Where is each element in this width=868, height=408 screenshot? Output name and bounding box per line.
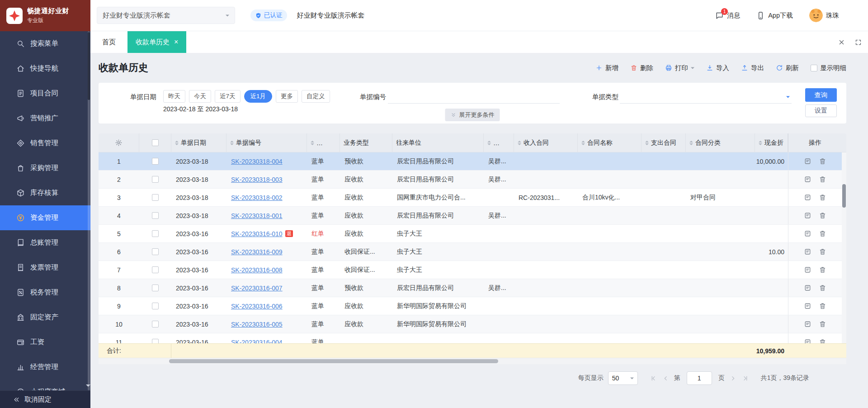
sort-icon[interactable] <box>487 141 491 145</box>
delete-icon[interactable] <box>819 338 826 343</box>
row-checkbox[interactable] <box>152 176 159 183</box>
col-header-income-contract[interactable]: 收入合同 <box>514 133 578 152</box>
sidebar-item-business-mgmt[interactable]: 经营管理 <box>0 355 90 380</box>
horizontal-scrollbar[interactable] <box>99 358 846 364</box>
date-chip-today[interactable]: 今天 <box>189 90 211 103</box>
vertical-scrollbar-thumb[interactable] <box>842 184 846 208</box>
row-checkbox[interactable] <box>152 321 159 327</box>
per-page-select[interactable]: 50 <box>608 371 638 385</box>
date-chip-last-7-days[interactable]: 近7天 <box>215 90 241 103</box>
row-checkbox[interactable] <box>152 194 159 201</box>
detail-icon[interactable] <box>804 320 811 328</box>
row-checkbox[interactable] <box>152 158 159 165</box>
close-icon[interactable] <box>838 39 845 46</box>
horizontal-scrollbar-thumb[interactable] <box>169 359 498 363</box>
date-chip-more[interactable]: 更多 <box>276 90 298 103</box>
import-button[interactable]: 导入 <box>706 64 729 72</box>
last-page-button[interactable] <box>741 375 749 382</box>
sidebar-item-purchase[interactable]: 采购管理 <box>0 156 90 180</box>
vertical-scrollbar[interactable] <box>842 152 846 343</box>
messages-button[interactable]: 1 消息 <box>715 11 740 20</box>
refresh-button[interactable]: 刷新 <box>776 64 799 72</box>
doc-no-link[interactable]: SK-20230318-003 <box>231 176 283 183</box>
row-checkbox[interactable] <box>152 266 159 273</box>
detail-icon[interactable] <box>804 248 811 256</box>
prev-page-button[interactable] <box>662 375 670 382</box>
sidebar-item-mini-program-store[interactable]: 小程序商城 <box>0 380 90 390</box>
col-header-date[interactable]: 单据日期 <box>171 133 226 152</box>
add-button[interactable]: 新增 <box>595 64 618 72</box>
table-row[interactable]: 82023-03-16SK-20230316-007蓝单预收款辰宏日用品有限公司… <box>99 279 846 297</box>
detail-icon[interactable] <box>804 230 811 237</box>
date-chip-last-1-month[interactable]: 近1月 <box>244 90 273 103</box>
delete-icon[interactable] <box>819 230 826 237</box>
sidebar-item-payroll[interactable]: 工资 <box>0 330 90 355</box>
detail-icon[interactable] <box>804 212 811 219</box>
expand-more-button[interactable]: 展开更多条件 <box>445 109 500 121</box>
delete-icon[interactable] <box>819 284 826 292</box>
sidebar-item-invoice[interactable]: 发票管理 <box>0 255 90 280</box>
doc-no-input[interactable] <box>388 89 560 104</box>
delete-icon[interactable] <box>819 248 826 256</box>
table-row[interactable]: 92023-03-16SK-20230316-006蓝单应收款新华明国际贸易有限… <box>99 297 846 315</box>
sort-icon[interactable] <box>311 141 314 145</box>
col-header-expense-contract[interactable]: 支出合同 <box>642 133 686 152</box>
detail-icon[interactable] <box>804 176 811 183</box>
doc-no-link[interactable]: SK-20230318-004 <box>231 158 283 165</box>
print-button[interactable]: 打印 <box>665 64 694 72</box>
row-checkbox[interactable] <box>152 339 159 343</box>
table-row[interactable]: 22023-03-18SK-20230318-003蓝单应收款辰宏日用品有限公司… <box>99 171 846 189</box>
detail-icon[interactable] <box>804 338 811 343</box>
page-input[interactable]: 1 <box>687 371 712 385</box>
doc-no-link[interactable]: SK-20230316-009 <box>231 248 283 256</box>
sidebar-item-inventory[interactable]: 库存核算 <box>0 180 90 205</box>
delete-icon[interactable] <box>819 320 826 328</box>
date-chip-custom[interactable]: 自定义 <box>302 90 330 103</box>
col-header-doc-status[interactable]: … <box>307 133 340 152</box>
detail-icon[interactable] <box>804 266 811 274</box>
show-detail-toggle[interactable]: 显示明细 <box>811 64 846 72</box>
table-row[interactable]: 62023-03-16SK-20230316-009蓝单收回保证...虫子大王1… <box>99 243 846 261</box>
detail-icon[interactable] <box>804 157 811 165</box>
table-row[interactable]: 12023-03-18SK-20230318-004蓝单预收款辰宏日用品有限公司… <box>99 152 846 171</box>
sidebar-item-general-ledger[interactable]: 总账管理 <box>0 230 90 255</box>
table-row[interactable]: 102023-03-16SK-20230316-005蓝单应收款新华明国际贸易有… <box>99 315 846 333</box>
tab-receipt-history[interactable]: 收款单历史 × <box>127 31 186 53</box>
sort-icon[interactable] <box>645 141 649 145</box>
col-header-amount[interactable]: 现金折 <box>755 133 788 152</box>
sidebar-item-tax[interactable]: 税务管理 <box>0 280 90 305</box>
query-button[interactable]: 查询 <box>805 88 837 102</box>
sidebar-item-search-menu[interactable]: 搜索菜单 <box>0 31 90 56</box>
table-row[interactable]: 32023-03-18SK-20230318-002蓝单应收款国网重庆市电力公司… <box>99 189 846 207</box>
delete-icon[interactable] <box>819 157 826 165</box>
col-header-contract-category[interactable]: 合同分类 <box>686 133 755 152</box>
sidebar-scrollbar-thumb[interactable] <box>88 32 90 100</box>
export-button[interactable]: 导出 <box>741 64 764 72</box>
row-checkbox[interactable] <box>152 230 159 237</box>
row-checkbox[interactable] <box>152 303 159 309</box>
sort-icon[interactable] <box>759 141 762 145</box>
detail-icon[interactable] <box>804 194 811 201</box>
doc-no-link[interactable]: SK-20230316-010 <box>231 230 283 237</box>
doc-no-link[interactable]: SK-20230318-002 <box>231 194 283 201</box>
col-header-contract-name[interactable]: 合同名称 <box>578 133 642 152</box>
delete-button[interactable]: 删除 <box>630 64 653 72</box>
next-page-button[interactable] <box>729 375 737 382</box>
sidebar-item-quick-nav[interactable]: 快捷导航 <box>0 56 90 81</box>
app-download-button[interactable]: App下载 <box>756 11 793 20</box>
sort-icon[interactable] <box>689 141 693 145</box>
sort-icon[interactable] <box>175 141 179 145</box>
row-checkbox[interactable] <box>152 285 159 291</box>
doc-no-link[interactable]: SK-20230318-001 <box>231 212 283 219</box>
select-all-checkbox[interactable] <box>152 139 159 146</box>
sidebar-item-project-contracts[interactable]: 项目合同 <box>0 81 90 106</box>
chevron-down-icon[interactable] <box>86 384 90 389</box>
date-chip-yesterday[interactable]: 昨天 <box>163 90 185 103</box>
sidebar-item-fixed-assets[interactable]: 固定资产 <box>0 305 90 330</box>
delete-icon[interactable] <box>819 176 826 183</box>
user-menu[interactable]: 珠珠 <box>809 9 839 22</box>
table-row[interactable]: 52023-03-16SK-20230316-010退红单应收款虫子大王 <box>99 225 846 243</box>
sidebar-scrollbar[interactable] <box>88 31 90 390</box>
delete-icon[interactable] <box>819 266 826 274</box>
table-row[interactable]: 42023-03-18SK-20230318-001蓝单应收款辰宏日用品有限公司… <box>99 207 846 225</box>
